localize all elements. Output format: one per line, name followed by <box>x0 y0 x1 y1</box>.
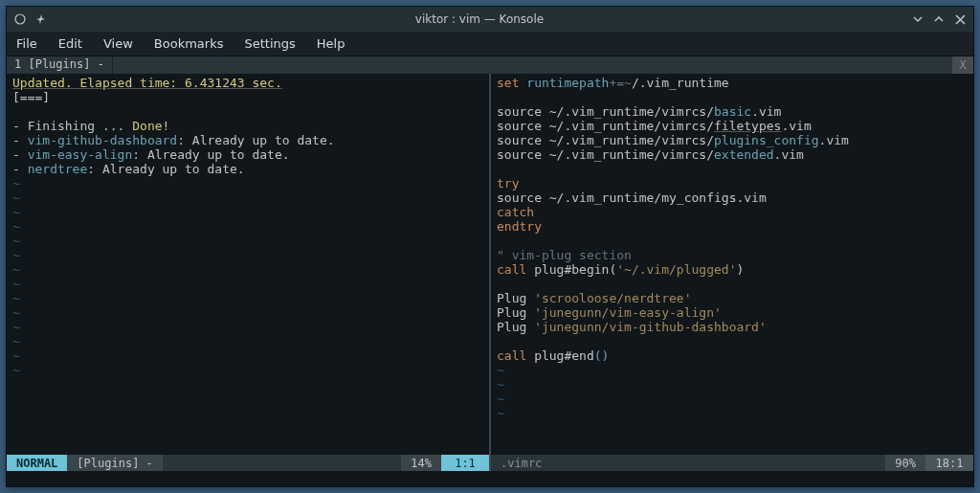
app-menu-icon[interactable] <box>14 13 26 25</box>
code-line <box>497 90 968 104</box>
mode-indicator: NORMAL <box>7 455 67 471</box>
code-line: Plug 'junegunn/vim-easy-align' <box>497 305 968 320</box>
empty-line-tilde: ~ <box>12 176 483 190</box>
cursor-position: 18:1 <box>925 455 973 471</box>
buffer-plugins[interactable]: Updated. Elapsed time: 6.431243 sec.[===… <box>7 74 489 455</box>
code-line: Plug 'junegunn/vim-github-dashboard' <box>497 320 968 334</box>
code-line: call plug#end() <box>497 348 968 363</box>
menu-view[interactable]: View <box>103 36 133 51</box>
code-line: source ~/.vim_runtime/my_configs.vim <box>497 190 968 205</box>
pane-right: set runtimepath+=~/.vim_runtime source ~… <box>489 74 973 471</box>
code-line: - Finishing ... Done! <box>12 119 483 133</box>
code-line: source ~/.vim_runtime/vimrcs/extended.vi… <box>497 147 968 162</box>
cursor-position: 1:1 <box>441 455 489 471</box>
vim-tabline: 1 [Plugins] - X <box>7 56 973 74</box>
empty-line-tilde: ~ <box>497 377 968 392</box>
empty-line-tilde: ~ <box>497 406 968 420</box>
tab-close-icon[interactable]: X <box>952 56 973 74</box>
code-line: set runtimepath+=~/.vim_runtime <box>497 76 968 90</box>
empty-line-tilde: ~ <box>12 277 483 291</box>
menu-edit[interactable]: Edit <box>58 36 82 51</box>
code-line: - vim-github-dashboard: Already up to da… <box>12 133 483 147</box>
code-line: source ~/.vim_runtime/vimrcs/plugins_con… <box>497 133 968 147</box>
empty-line-tilde: ~ <box>12 291 483 305</box>
empty-line-tilde: ~ <box>12 320 483 334</box>
pane-left: Updated. Elapsed time: 6.431243 sec.[===… <box>7 74 489 471</box>
buffer-vimrc[interactable]: set runtimepath+=~/.vim_runtime source ~… <box>491 74 973 455</box>
code-line <box>497 334 968 348</box>
code-line: endtry <box>497 219 968 234</box>
code-line: source ~/.vim_runtime/vimrcs/basic.vim <box>497 104 968 119</box>
code-line: call plug#begin('~/.vim/plugged') <box>497 262 968 277</box>
empty-line-tilde: ~ <box>497 363 968 377</box>
menu-bookmarks[interactable]: Bookmarks <box>154 36 224 51</box>
empty-line-tilde: ~ <box>12 248 483 262</box>
menu-help[interactable]: Help <box>317 36 345 51</box>
code-line: - vim-easy-align: Already up to date. <box>12 147 483 162</box>
code-line: Plug 'scrooloose/nerdtree' <box>497 291 968 305</box>
command-line[interactable] <box>7 471 973 486</box>
pin-icon[interactable] <box>35 13 47 25</box>
minimize-icon[interactable] <box>912 13 924 25</box>
statusline-right: .vimrc 90% 18:1 <box>491 455 973 471</box>
code-line: try <box>497 176 968 190</box>
menubar: File Edit View Bookmarks Settings Help <box>7 32 973 56</box>
code-line: " vim-plug section <box>497 248 968 262</box>
empty-line-tilde: ~ <box>12 205 483 219</box>
window-title: viktor : vim — Konsole <box>47 12 912 26</box>
scroll-percent: 14% <box>401 455 441 471</box>
code-line: source ~/.vim_runtime/vimrcs/filetypes.v… <box>497 119 968 133</box>
empty-line-tilde: ~ <box>12 234 483 248</box>
menu-settings[interactable]: Settings <box>244 36 295 51</box>
scroll-percent: 90% <box>885 455 925 471</box>
empty-line-tilde: ~ <box>12 305 483 320</box>
empty-line-tilde: ~ <box>12 348 483 363</box>
vim-splits: Updated. Elapsed time: 6.431243 sec.[===… <box>7 74 973 471</box>
code-line <box>497 162 968 176</box>
maximize-icon[interactable] <box>933 13 945 25</box>
statusline-left: NORMAL [Plugins] - 14% 1:1 <box>7 455 489 471</box>
empty-line-tilde: ~ <box>12 190 483 205</box>
empty-line-tilde: ~ <box>12 334 483 348</box>
code-line <box>12 104 483 119</box>
titlebar: viktor : vim — Konsole <box>7 7 973 32</box>
buffer-name: .vimrc <box>491 455 551 471</box>
konsole-window: viktor : vim — Konsole File Edit View Bo… <box>6 6 974 487</box>
buffer-name: [Plugins] - <box>67 455 162 471</box>
code-line: Updated. Elapsed time: 6.431243 sec. <box>12 76 483 90</box>
empty-line-tilde: ~ <box>12 262 483 277</box>
code-line <box>497 234 968 248</box>
code-line: - nerdtree: Already up to date. <box>12 162 483 176</box>
code-line <box>497 277 968 291</box>
tab-plugins[interactable]: 1 [Plugins] - <box>7 56 113 74</box>
code-line: [===] <box>12 90 483 104</box>
svg-point-0 <box>15 14 25 24</box>
close-icon[interactable] <box>954 13 966 25</box>
menu-file[interactable]: File <box>16 36 37 51</box>
empty-line-tilde: ~ <box>12 363 483 377</box>
code-line: catch <box>497 205 968 219</box>
empty-line-tilde: ~ <box>12 219 483 234</box>
empty-line-tilde: ~ <box>497 392 968 406</box>
